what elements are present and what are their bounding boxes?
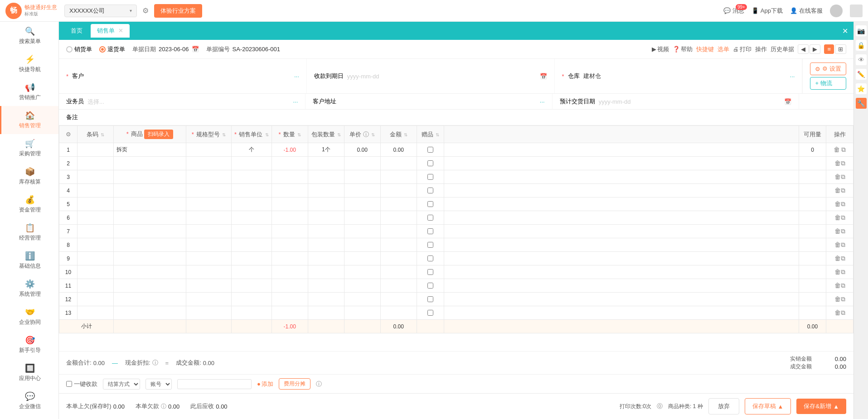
delete-icon[interactable]: 🗑 bbox=[834, 295, 841, 303]
delivery-calendar-icon[interactable]: 📅 bbox=[784, 98, 791, 105]
sidebar-item-search[interactable]: 🔍 搜索菜单 bbox=[0, 22, 58, 50]
notes-input[interactable] bbox=[82, 114, 846, 121]
delete-row-1-icon[interactable]: 🗑 bbox=[834, 146, 840, 153]
copy-icon[interactable]: ⧉ bbox=[841, 282, 845, 289]
row-unit-1[interactable]: 个 bbox=[232, 143, 272, 157]
sidebar-item-collab[interactable]: 🤝 企业协同 bbox=[0, 303, 58, 331]
shortcut-link[interactable]: 快捷键 bbox=[696, 45, 714, 53]
sidebar-item-basic[interactable]: ℹ️ 基础信息 bbox=[0, 246, 58, 275]
online-service-item[interactable]: 👤 在线客服 bbox=[790, 7, 823, 15]
address-input[interactable] bbox=[340, 98, 534, 105]
copy-row-1-icon[interactable]: ⧉ bbox=[841, 146, 846, 153]
sidebar-item-wechat[interactable]: 💬 企业微信 bbox=[0, 387, 58, 415]
delivery-input[interactable] bbox=[599, 98, 779, 105]
delete-icon[interactable]: 🗑 bbox=[834, 214, 841, 221]
sort-price-icon[interactable]: ⇅ bbox=[371, 132, 375, 137]
tab-close-icon[interactable]: ✕ bbox=[118, 27, 123, 34]
copy-icon[interactable]: ⧉ bbox=[841, 227, 845, 235]
delete-icon[interactable]: 🗑 bbox=[834, 282, 841, 289]
list-view-btn[interactable]: ≡ bbox=[824, 44, 834, 54]
sort-gift-icon[interactable]: ⇅ bbox=[436, 132, 439, 137]
sidebar-item-inventory[interactable]: 📦 库存核算 bbox=[0, 162, 58, 190]
sort-pkg-icon[interactable]: ⇅ bbox=[337, 132, 341, 137]
payment-account-select[interactable]: 账号 bbox=[145, 379, 172, 390]
customer-input[interactable] bbox=[87, 73, 289, 80]
staff-input[interactable] bbox=[87, 98, 287, 105]
sidebar-item-system[interactable]: ⚙️ 系统管理 bbox=[0, 275, 58, 303]
right-panel-icon-4[interactable]: ✏️ bbox=[856, 69, 867, 80]
sidebar-item-guide[interactable]: 🎯 新手引导 bbox=[0, 331, 58, 359]
address-dots[interactable]: ··· bbox=[540, 98, 545, 105]
sidebar-item-purchase[interactable]: 🛒 采购管理 bbox=[0, 134, 58, 162]
warehouse-dots[interactable]: ··· bbox=[790, 73, 795, 80]
sidebar-item-management[interactable]: 📋 经营管理 bbox=[0, 218, 58, 246]
copy-icon[interactable]: ⧉ bbox=[841, 295, 845, 303]
print-link[interactable]: 🖨 打印 bbox=[733, 45, 752, 53]
select-link[interactable]: 选单 bbox=[718, 45, 729, 53]
next-btn[interactable]: ▶ bbox=[810, 44, 820, 54]
save-draft-btn[interactable]: 保存草稿 ▲ bbox=[745, 398, 791, 414]
due-date-calendar-icon[interactable]: 📅 bbox=[540, 73, 547, 80]
add-payment-btn[interactable]: ● 添加 bbox=[257, 380, 273, 388]
history-link[interactable]: 历史单据 bbox=[771, 45, 794, 53]
due-date-input[interactable] bbox=[347, 73, 534, 80]
delete-icon[interactable]: 🗑 bbox=[834, 268, 841, 275]
sidebar-item-nav[interactable]: ⚡ 快捷导航 bbox=[0, 50, 58, 78]
copy-icon[interactable]: ⧉ bbox=[841, 241, 845, 248]
help-link[interactable]: ❓ 帮助 bbox=[673, 45, 693, 53]
row-gift-1[interactable] bbox=[417, 143, 444, 157]
copy-icon[interactable]: ⧉ bbox=[841, 255, 845, 262]
delete-icon[interactable]: 🗑 bbox=[834, 187, 841, 194]
payment-amount-input[interactable] bbox=[177, 379, 252, 389]
delete-icon[interactable]: 🗑 bbox=[834, 159, 841, 167]
settings-button[interactable]: ⚙ bbox=[141, 5, 150, 17]
copy-icon[interactable]: ⧉ bbox=[841, 200, 845, 207]
video-link[interactable]: ▶ 视频 bbox=[652, 45, 669, 53]
delete-icon[interactable]: 🗑 bbox=[834, 255, 841, 262]
sort-spec-icon[interactable]: ⇅ bbox=[222, 132, 226, 137]
delete-icon[interactable]: 🗑 bbox=[834, 200, 841, 207]
copy-icon[interactable]: ⧉ bbox=[841, 159, 845, 167]
row-price-1[interactable]: 0.00 bbox=[344, 143, 380, 157]
delete-icon[interactable]: 🗑 bbox=[834, 173, 841, 180]
row-pkg-1[interactable]: 1个 bbox=[308, 143, 344, 157]
sort-barcode-icon[interactable]: ⇅ bbox=[101, 132, 104, 137]
save-new-btn[interactable]: 保存&新增 ▲ bbox=[796, 399, 846, 414]
copy-icon[interactable]: ⧉ bbox=[841, 173, 845, 180]
discount-help-icon[interactable]: ⓘ bbox=[152, 359, 158, 367]
delete-icon[interactable]: 🗑 bbox=[834, 309, 841, 316]
right-panel-icon-3[interactable]: 👁 bbox=[856, 54, 867, 65]
calendar-icon[interactable]: 📅 bbox=[192, 46, 199, 53]
message-item[interactable]: 💬 消息 99+ bbox=[723, 7, 744, 15]
tab-home[interactable]: 首页 bbox=[64, 24, 89, 38]
radio-sales[interactable]: 销货单 bbox=[66, 45, 92, 53]
abandon-btn[interactable]: 放弃 bbox=[708, 398, 739, 414]
experience-btn[interactable]: 体验行业方案 bbox=[154, 4, 202, 18]
row-product-1[interactable]: 拆页 bbox=[114, 143, 186, 157]
sidebar-item-member[interactable]: ✅ 畅会员 bbox=[0, 415, 58, 419]
copy-icon[interactable]: ⧉ bbox=[841, 309, 845, 316]
copy-icon[interactable]: ⧉ bbox=[841, 187, 845, 194]
row-barcode-1[interactable] bbox=[78, 143, 114, 157]
sidebar-item-sales[interactable]: 🏠 销售管理 bbox=[0, 106, 58, 134]
tab-sales-order[interactable]: 销售单 ✕ bbox=[91, 24, 130, 38]
right-panel-icon-6[interactable]: 🔧 bbox=[856, 98, 867, 109]
customer-dots[interactable]: ··· bbox=[294, 73, 299, 80]
arrears-help-icon[interactable]: ⓘ bbox=[161, 403, 166, 410]
sidebar-item-marketing[interactable]: 📢 营销推广 bbox=[0, 78, 58, 106]
price-help-icon[interactable]: ⓘ bbox=[363, 131, 369, 138]
sidebar-item-apps[interactable]: 🔲 应用中心 bbox=[0, 359, 58, 387]
delete-icon[interactable]: 🗑 bbox=[834, 227, 841, 235]
right-panel-icon-2[interactable]: 🔒 bbox=[856, 40, 867, 51]
payment-method-select[interactable]: 结算方式 bbox=[103, 379, 140, 390]
one-key-payment-checkbox[interactable] bbox=[66, 381, 72, 387]
expense-split-btn[interactable]: 费用分摊 bbox=[279, 378, 310, 390]
logistics-button[interactable]: + 物流 bbox=[810, 77, 846, 90]
row-qty-1[interactable]: -1.00 bbox=[272, 143, 308, 157]
delete-icon[interactable]: 🗑 bbox=[834, 241, 841, 248]
prev-btn[interactable]: ◀ bbox=[798, 44, 809, 54]
sort-unit-icon[interactable]: ⇅ bbox=[265, 132, 269, 137]
sort-qty-icon[interactable]: ⇅ bbox=[297, 132, 301, 137]
scan-button[interactable]: 扫码录入 bbox=[144, 130, 173, 139]
app-download-item[interactable]: 📱 App下载 bbox=[752, 7, 783, 15]
